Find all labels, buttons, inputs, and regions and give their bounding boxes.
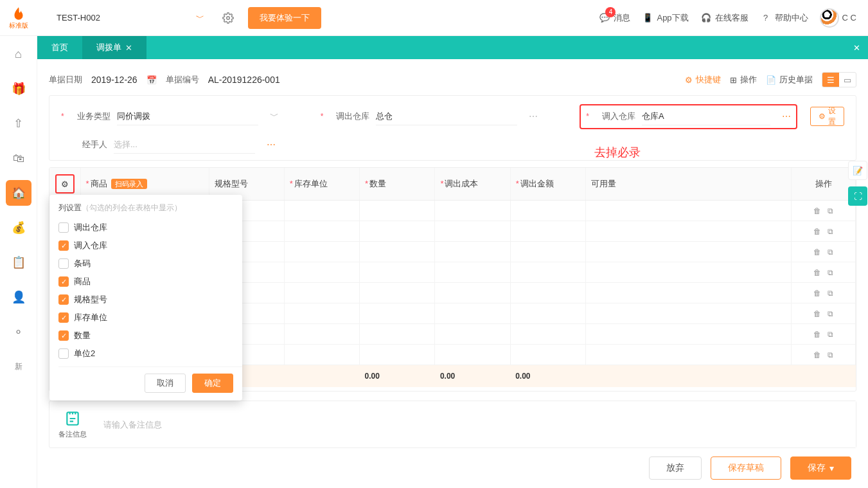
gear-icon: ⚙ [55, 174, 75, 194]
promo-button[interactable]: 我要体验一下 [248, 7, 321, 29]
column-setting-button[interactable]: ⚙设置 [810, 107, 844, 126]
nav-cloud-up[interactable]: ⇧ [6, 111, 31, 136]
nav-home[interactable]: ⌂ [6, 41, 31, 67]
delete-icon[interactable]: 🗑 [813, 309, 821, 318]
checkbox-icon[interactable]: ✓ [58, 294, 69, 305]
column-setting-item[interactable]: ✓规格型号 [58, 291, 238, 309]
help-center-button[interactable]: ? 帮助中心 [760, 12, 808, 24]
line-items-table: ⚙ *商品扫码录入 规格型号 *库存单位 *数量 *调出成本 *调出金额 可用量… [49, 167, 856, 392]
flame-icon [10, 6, 27, 23]
list-view-icon[interactable]: ☰ [822, 73, 839, 87]
column-setting-item[interactable]: ✓调入仓库 [58, 237, 238, 255]
copy-icon[interactable]: ⧉ [828, 309, 833, 318]
left-nav: ⌂ 🎁 ⇧ 🛍 🏠 💰 📋 👤 ⚬ 新 [0, 36, 37, 488]
org-select[interactable]: TEST-H002 ﹀ [50, 7, 211, 29]
message-badge: 4 [605, 7, 616, 17]
checkbox-icon[interactable]: ✓ [58, 240, 69, 251]
org-value: TEST-H002 [57, 13, 100, 23]
column-setting-item[interactable]: ✓库存单位 [58, 309, 238, 327]
copy-icon[interactable]: ⧉ [828, 206, 833, 215]
column-setting-item[interactable]: ✓商品 [58, 273, 238, 291]
remark-input[interactable] [96, 401, 856, 447]
biz-type-field[interactable]: * 业务类型 同价调拨 ﹀ [61, 108, 292, 125]
delete-icon[interactable]: 🗑 [813, 248, 821, 257]
calendar-icon[interactable]: 📅 [146, 75, 157, 85]
note-icon: 📝 [853, 166, 863, 176]
out-warehouse-field[interactable]: * 调出仓库 总仓 ⋯ [321, 108, 551, 125]
right-rail: 📝 ⛶ [847, 161, 868, 206]
checkbox-icon[interactable] [58, 222, 69, 233]
date-value[interactable]: 2019-12-26 [91, 75, 137, 85]
rail-note-button[interactable]: 📝 [848, 161, 867, 180]
copy-icon[interactable]: ⧉ [828, 268, 833, 277]
nav-new[interactable]: 新 [6, 354, 31, 379]
document-area: 单据日期 2019-12-26 📅 单据编号 AL-20191226-001 ⚙… [37, 59, 868, 488]
message-button[interactable]: 💬 消息 4 [599, 12, 630, 24]
delete-icon[interactable]: 🗑 [813, 330, 821, 339]
delete-icon[interactable]: 🗑 [813, 206, 821, 215]
history-button[interactable]: 📄历史单据 [766, 74, 813, 86]
column-setting-item[interactable]: ✓数量 [58, 327, 238, 345]
copy-icon[interactable]: ⧉ [828, 248, 833, 257]
checkbox-icon[interactable] [58, 348, 69, 359]
nav-warehouse[interactable]: 🏠 [6, 180, 31, 206]
gear-icon: ⚙ [685, 75, 693, 85]
close-all-tabs[interactable]: ✕ [845, 36, 868, 59]
col-qty: *数量 [360, 168, 435, 201]
column-setting-item[interactable]: 单位2 [58, 345, 238, 363]
chevron-down-icon: ▾ [829, 463, 834, 473]
delete-icon[interactable]: 🗑 [813, 289, 821, 298]
tab-home[interactable]: 首页 [37, 36, 82, 59]
col-operations: 操作 [792, 168, 856, 201]
in-warehouse-field[interactable]: * 调入仓库 仓库A ⋯ [586, 108, 791, 125]
save-button[interactable]: 保存▾ [790, 456, 851, 480]
nav-gift[interactable]: 🎁 [6, 76, 31, 102]
nav-money[interactable]: 💰 [6, 215, 31, 240]
footer-actions: 放弃 保存草稿 保存▾ [49, 448, 856, 488]
column-setting-item[interactable]: 调出仓库 [58, 219, 238, 237]
bag-icon: 🛍 [13, 152, 24, 165]
logo: 标准版 [0, 6, 37, 30]
copy-icon[interactable]: ⧉ [828, 330, 833, 339]
handler-field[interactable]: 经手人 选择... ⋯ [61, 136, 288, 154]
delete-icon[interactable]: 🗑 [813, 227, 821, 236]
discard-button[interactable]: 放弃 [649, 456, 702, 480]
tab-transfer-order[interactable]: 调拨单 ✕ [82, 36, 146, 59]
grid-view-icon[interactable]: ▭ [839, 73, 856, 87]
checkbox-icon[interactable]: ✓ [58, 312, 69, 323]
delete-icon[interactable]: 🗑 [813, 268, 821, 277]
column-setting-item[interactable]: 条码 [58, 255, 238, 273]
copy-icon[interactable]: ⧉ [828, 350, 833, 359]
scan-input-button[interactable]: 扫码录入 [111, 179, 147, 189]
checkbox-icon[interactable]: ✓ [58, 276, 69, 287]
top-bar: 标准版 TEST-H002 ﹀ 我要体验一下 💬 消息 4 📱 App下载 🎧 … [0, 0, 868, 36]
nav-contact[interactable]: 👤 [6, 284, 31, 310]
settings-gear-button[interactable] [217, 7, 239, 29]
column-settings-cancel[interactable]: 取消 [145, 374, 186, 393]
checkbox-icon[interactable]: ✓ [58, 330, 69, 341]
nav-more[interactable]: ⚬ [6, 319, 31, 345]
copy-icon[interactable]: ⧉ [828, 227, 833, 236]
nav-clipboard[interactable]: 📋 [6, 249, 31, 275]
save-draft-button[interactable]: 保存草稿 [711, 456, 781, 480]
nav-bag[interactable]: 🛍 [6, 145, 31, 171]
view-mode-toggle[interactable]: ☰ ▭ [822, 72, 856, 87]
user-menu[interactable]: C C [820, 8, 856, 28]
checkbox-icon[interactable] [58, 258, 69, 269]
headset-icon: 🎧 [700, 12, 712, 24]
gift-icon: 🎁 [12, 82, 26, 96]
date-label: 单据日期 [49, 74, 82, 86]
clipboard-icon: 📋 [12, 255, 26, 269]
remark-label: 备注信息 [58, 429, 87, 439]
rail-fullscreen-button[interactable]: ⛶ [848, 186, 867, 206]
operate-button[interactable]: ⊞操作 [730, 74, 757, 86]
copy-icon[interactable]: ⧉ [828, 289, 833, 298]
app-download-button[interactable]: 📱 App下载 [642, 12, 688, 24]
close-icon[interactable]: ✕ [125, 43, 132, 53]
brand-label: 标准版 [9, 21, 28, 30]
chevron-down-icon: ﹀ [196, 12, 204, 24]
delete-icon[interactable]: 🗑 [813, 350, 821, 359]
column-settings-ok[interactable]: 确定 [192, 374, 233, 393]
online-service-button[interactable]: 🎧 在线客服 [700, 12, 748, 24]
shortcut-button[interactable]: ⚙快捷键 [685, 74, 721, 86]
